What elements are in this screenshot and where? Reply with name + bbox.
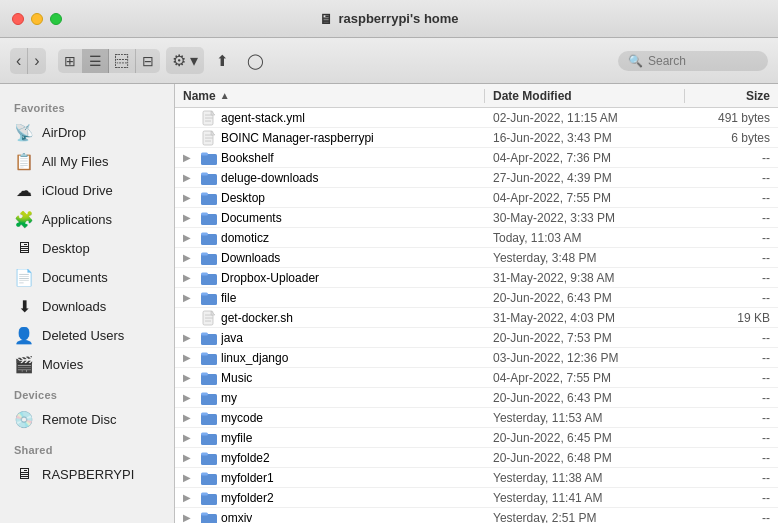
folder-icon [201, 250, 217, 266]
expand-arrow-icon[interactable]: ▶ [183, 512, 197, 523]
file-date-modified: Yesterday, 11:38 AM [485, 471, 685, 485]
share-button[interactable]: ⬆ [210, 48, 235, 74]
search-box[interactable]: 🔍 [618, 51, 768, 71]
expand-arrow-icon[interactable]: ▶ [183, 292, 197, 303]
file-list-body: agent-stack.yml02-Jun-2022, 11:15 AM491 … [175, 108, 778, 523]
expand-arrow-icon[interactable]: ▶ [183, 272, 197, 283]
downloads-icon: ⬇ [14, 296, 34, 316]
view-gallery-button[interactable]: ⊟ [136, 49, 160, 73]
expand-arrow-icon[interactable]: ▶ [183, 332, 197, 343]
table-row[interactable]: ▶mycodeYesterday, 11:53 AM-- [175, 408, 778, 428]
table-row[interactable]: ▶myfile20-Jun-2022, 6:45 PM-- [175, 428, 778, 448]
folder-icon [201, 370, 217, 386]
file-size: -- [685, 431, 778, 445]
sidebar-item-remote-disc[interactable]: 💿Remote Disc [4, 405, 170, 433]
minimize-button[interactable] [31, 13, 43, 25]
expand-arrow-icon[interactable]: ▶ [183, 412, 197, 423]
forward-button[interactable]: › [28, 48, 45, 74]
sidebar-item-movies[interactable]: 🎬Movies [4, 350, 170, 378]
expand-arrow-icon[interactable]: ▶ [183, 212, 197, 223]
expand-arrow-icon[interactable]: ▶ [183, 372, 197, 383]
table-row[interactable]: get-docker.sh31-May-2022, 4:03 PM19 KB [175, 308, 778, 328]
airdrop-icon: 📡 [14, 122, 34, 142]
close-button[interactable] [12, 13, 24, 25]
file-name-text: myfolde2 [221, 451, 270, 465]
file-name-text: omxiv [221, 511, 252, 524]
table-row[interactable]: ▶my20-Jun-2022, 6:43 PM-- [175, 388, 778, 408]
sidebar-item-raspberrypi[interactable]: 🖥RASPBERRYPI [4, 460, 170, 488]
file-date-modified: 27-Jun-2022, 4:39 PM [485, 171, 685, 185]
svg-rect-59 [201, 452, 208, 455]
view-list-button[interactable]: ☰ [83, 49, 109, 73]
table-row[interactable]: ▶DownloadsYesterday, 3:48 PM-- [175, 248, 778, 268]
sidebar-item-desktop[interactable]: 🖥Desktop [4, 234, 170, 262]
expand-arrow-icon[interactable]: ▶ [183, 432, 197, 443]
table-row[interactable]: ▶myfolder1Yesterday, 11:38 AM-- [175, 468, 778, 488]
arrange-button[interactable]: ⚙ ▾ [166, 47, 204, 74]
tags-button[interactable]: ◯ [241, 48, 270, 74]
table-row[interactable]: ▶file20-Jun-2022, 6:43 PM-- [175, 288, 778, 308]
sidebar-item-airdrop[interactable]: 📡AirDrop [4, 118, 170, 146]
file-date-modified: 20-Jun-2022, 6:48 PM [485, 451, 685, 465]
folder-icon [201, 230, 217, 246]
file-date-modified: 31-May-2022, 4:03 PM [485, 311, 685, 325]
view-columns-button[interactable]: ⿳ [109, 49, 136, 73]
expand-arrow-icon[interactable]: ▶ [183, 152, 197, 163]
expand-arrow-icon[interactable]: ▶ [183, 492, 197, 503]
col-size-header[interactable]: Size [685, 89, 778, 103]
icloud-drive-icon: ☁ [14, 180, 34, 200]
col-date-header[interactable]: Date Modified [485, 89, 685, 103]
file-date-modified: 04-Apr-2022, 7:36 PM [485, 151, 685, 165]
search-input[interactable] [648, 54, 758, 68]
table-row[interactable]: ▶linux_django03-Jun-2022, 12:36 PM-- [175, 348, 778, 368]
expand-arrow-icon[interactable]: ▶ [183, 352, 197, 363]
file-row-name: ▶Downloads [175, 250, 485, 266]
expand-arrow-icon[interactable]: ▶ [183, 452, 197, 463]
table-row[interactable]: BOINC Manager-raspberrypi16-Jun-2022, 3:… [175, 128, 778, 148]
table-row[interactable]: ▶deluge-downloads27-Jun-2022, 4:39 PM-- [175, 168, 778, 188]
table-row[interactable]: ▶myfolder2Yesterday, 11:41 AM-- [175, 488, 778, 508]
sidebar-item-documents[interactable]: 📄Documents [4, 263, 170, 291]
expand-arrow-icon[interactable]: ▶ [183, 172, 197, 183]
table-row[interactable]: ▶java20-Jun-2022, 7:53 PM-- [175, 328, 778, 348]
sidebar-item-applications[interactable]: 🧩Applications [4, 205, 170, 233]
table-row[interactable]: ▶omxivYesterday, 2:51 PM-- [175, 508, 778, 523]
sidebar-item-downloads[interactable]: ⬇Downloads [4, 292, 170, 320]
table-row[interactable]: ▶Desktop04-Apr-2022, 7:55 PM-- [175, 188, 778, 208]
expand-arrow-icon[interactable]: ▶ [183, 232, 197, 243]
sidebar-item-all-my-files[interactable]: 📋All My Files [4, 147, 170, 175]
table-row[interactable]: ▶Dropbox-Uploader31-May-2022, 9:38 AM-- [175, 268, 778, 288]
file-list-header: Name ▲ Date Modified Size [175, 84, 778, 108]
view-icon-button[interactable]: ⊞ [58, 49, 83, 73]
back-button[interactable]: ‹ [10, 48, 28, 74]
sidebar-section-shared: Shared [0, 434, 174, 459]
table-row[interactable]: ▶Bookshelf04-Apr-2022, 7:36 PM-- [175, 148, 778, 168]
expand-arrow-icon[interactable]: ▶ [183, 192, 197, 203]
sidebar-label-documents: Documents [42, 270, 108, 285]
sidebar-item-icloud-drive[interactable]: ☁iCloud Drive [4, 176, 170, 204]
svg-rect-15 [201, 172, 208, 175]
expand-arrow-icon[interactable]: ▶ [183, 392, 197, 403]
window-controls [0, 13, 62, 25]
file-size: -- [685, 271, 778, 285]
table-row[interactable]: ▶Music04-Apr-2022, 7:55 PM-- [175, 368, 778, 388]
table-row[interactable]: ▶Documents30-May-2022, 3:33 PM-- [175, 208, 778, 228]
sidebar-item-deleted-users[interactable]: 👤Deleted Users [4, 321, 170, 349]
all-my-files-icon: 📋 [14, 151, 34, 171]
svg-rect-27 [201, 252, 208, 255]
table-row[interactable]: agent-stack.yml02-Jun-2022, 11:15 AM491 … [175, 108, 778, 128]
col-name-header[interactable]: Name ▲ [175, 89, 485, 103]
expand-arrow-icon[interactable]: ▶ [183, 472, 197, 483]
table-row[interactable]: ▶domoticzToday, 11:03 AM-- [175, 228, 778, 248]
file-date-modified: 20-Jun-2022, 6:43 PM [485, 391, 685, 405]
file-row-name: ▶myfolder2 [175, 490, 485, 506]
file-name-text: Dropbox-Uploader [221, 271, 319, 285]
applications-icon: 🧩 [14, 209, 34, 229]
file-size: -- [685, 511, 778, 524]
file-row-name: get-docker.sh [175, 310, 485, 326]
table-row[interactable]: ▶myfolde220-Jun-2022, 6:48 PM-- [175, 448, 778, 468]
file-size: -- [685, 351, 778, 365]
expand-arrow-icon[interactable]: ▶ [183, 252, 197, 263]
maximize-button[interactable] [50, 13, 62, 25]
file-size: -- [685, 471, 778, 485]
